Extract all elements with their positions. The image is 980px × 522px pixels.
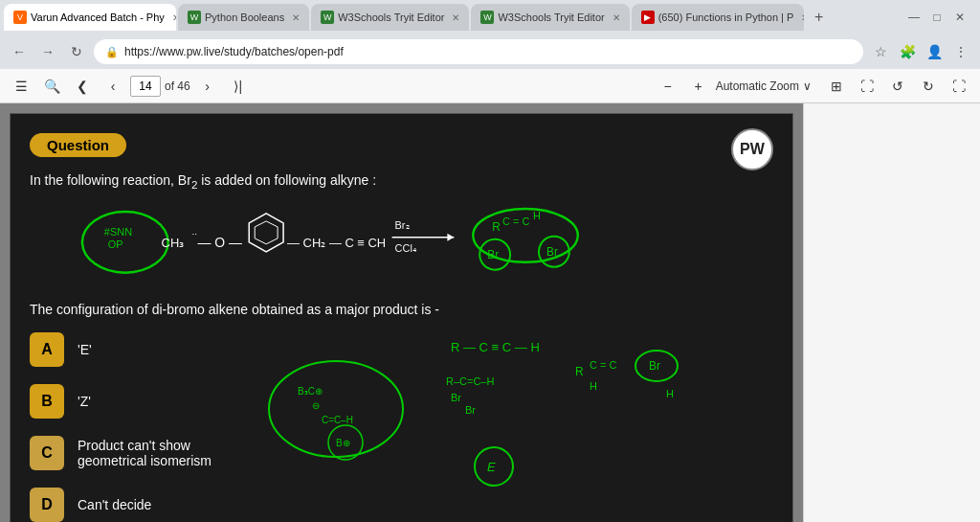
rcch-text: R [492,220,501,234]
pdf-tool-4[interactable]: ↻ [915,73,942,100]
svg-text:Br: Br [649,359,660,373]
annotations-area: R — C ≡ C — H B₃C⊕ ⊖ C=C–H B⊕ R–C=C–H [259,332,773,522]
ccl4-label: CCl₄ [395,242,417,254]
option-row-a: A 'E' [30,332,240,367]
tab-label-4: W3Schools Tryit Editor [498,11,604,23]
option-badge-b: B [30,384,64,419]
page-number-input[interactable] [130,76,161,97]
pdf-search-button[interactable]: 🔍 [38,73,65,100]
pdf-prev-button[interactable]: ❮ [69,73,96,100]
svg-text:C=C–H: C=C–H [322,415,353,425]
tab-close-2[interactable]: ✕ [292,12,300,23]
forward-button[interactable]: → [36,40,59,63]
question-text: In the following reaction, Br2 is added … [30,170,773,193]
browser-actions: ☆ 🧩 👤 ⋮ [869,40,972,63]
profile-button[interactable]: 👤 [923,40,946,63]
pdf-right-tools: ⊞ ⛶ ↺ ↻ ⛶ [823,73,972,100]
tab-w3schools-1[interactable]: W W3Schools Tryit Editor ✕ [311,4,469,31]
tab-close-5[interactable]: ✕ [801,12,803,23]
pw-logo: PW [731,128,773,170]
pdf-prev-page-button[interactable]: ‹ [100,73,126,100]
option-text-b: 'Z' [78,394,91,409]
svg-text:OP: OP [108,238,123,250]
zoom-chevron[interactable]: ∨ [803,79,812,93]
options-left: A 'E' B 'Z' C Product can't show geometr… [30,332,240,522]
right-panel [803,103,980,522]
new-tab-button[interactable]: + [806,4,833,31]
svg-text:Br: Br [451,392,461,403]
tab-favicon-1: V [13,11,27,24]
window-controls: — □ ✕ [905,9,976,26]
maximize-button[interactable]: □ [928,9,946,26]
back-button[interactable]: ← [8,40,31,63]
url-input[interactable]: 🔒 https://www.pw.live/study/batches/open… [94,39,863,64]
options-container: A 'E' B 'Z' C Product can't show geometr… [30,332,773,522]
tab-python-booleans[interactable]: W Python Booleans ✕ [178,4,309,31]
tab-w3schools-2[interactable]: W W3Schools Tryit Editor ✕ [471,4,629,31]
tab-close-1[interactable]: ✕ [172,12,176,23]
menu-button[interactable]: ⋮ [949,40,972,63]
tab-bar: V Varun Advanced Batch - Phy ✕ W Python … [0,0,980,34]
question-text-content: In the following reaction, Br2 is added … [30,172,376,188]
tab-youtube[interactable]: ▶ (650) Functions in Python | P ✕ [632,4,804,31]
question-label: Question [30,133,126,157]
extensions-button[interactable]: 🧩 [896,40,919,63]
tab-label-5: (650) Functions in Python | P [658,11,794,23]
svg-text:⊖: ⊖ [312,400,320,411]
annotation-text-snnop: #SNN [104,226,132,238]
option-row-d: D Can't decide [30,488,240,522]
zoom-out-button[interactable]: − [655,73,681,100]
pdf-menu-button[interactable]: ☰ [8,73,34,100]
svg-text:B₃C⊕: B₃C⊕ [298,386,323,397]
option-text-c: Product can't show geometrical isomerism [78,438,240,468]
tab-close-3[interactable]: ✕ [452,12,459,23]
close-button[interactable]: ✕ [951,9,969,26]
pdf-viewer: PW Question In the following reaction, B… [0,103,803,522]
svg-text:B⊕: B⊕ [336,438,350,448]
tab-favicon-3: W [321,11,334,24]
benzene-inner [255,221,278,244]
pdf-tool-5[interactable]: ⛶ [946,73,972,100]
svg-text:Br: Br [465,404,476,416]
minimize-button[interactable]: — [905,9,923,26]
reload-button[interactable]: ↻ [65,40,88,63]
option-row-b: B 'Z' [30,384,240,419]
pdf-tool-1[interactable]: ⊞ [823,73,850,100]
content-area: PW Question In the following reaction, B… [0,103,980,522]
svg-text:H: H [666,388,674,399]
br-label-left: Br [487,248,499,261]
zoom-in-button[interactable]: + [685,73,712,100]
svg-text:R–C=C–H: R–C=C–H [446,375,494,387]
svg-text:C = C: C = C [590,359,616,371]
tab-favicon-5: ▶ [641,11,655,24]
chain-text: — CH₂ — C ≡ CH [287,236,386,250]
pdf-zoom-controls: − + Automatic Zoom ∨ [655,73,812,100]
pdf-next-page-button[interactable]: › [194,73,221,100]
svg-text:R — C ≡ C — H: R — C ≡ C — H [451,340,540,354]
tab-close-4[interactable]: ✕ [612,12,620,23]
pdf-toolbar: ☰ 🔍 ❮ ‹ of 46 › ⟩| − + Automatic Zoom ∨ … [0,69,980,103]
pdf-last-page-button[interactable]: ⟩| [225,73,252,100]
address-bar: ← → ↻ 🔒 https://www.pw.live/study/batche… [0,34,980,69]
ccequal-text: C = C [502,216,529,227]
option-text-d: Can't decide [78,497,151,512]
bookmark-button[interactable]: ☆ [869,40,892,63]
page-total: of 46 [165,79,190,93]
url-text: https://www.pw.live/study/batches/open-p… [124,45,344,58]
benzene-ring [249,214,283,252]
lock-icon: 🔒 [105,46,119,58]
br-label-right: Br [546,245,558,259]
chemical-diagram: #SNN OP CH₃ ·· — O — — CH₂ — C ≡ CH [58,202,773,288]
pdf-tool-2[interactable]: ⛶ [854,73,880,100]
tab-varun-batch[interactable]: V Varun Advanced Batch - Phy ✕ [4,4,176,31]
tab-favicon-2: W [188,11,201,24]
pdf-page: PW Question In the following reaction, B… [10,113,793,522]
ch3-text: CH₃ [162,236,185,250]
arrow-head [447,234,454,241]
pdf-tool-3[interactable]: ↺ [884,73,911,100]
option-badge-d: D [30,488,64,522]
chemical-svg: #SNN OP CH₃ ·· — O — — CH₂ — C ≡ CH [58,202,773,288]
tab-label-3: W3Schools Tryit Editor [338,11,444,23]
browser-chrome: V Varun Advanced Batch - Phy ✕ W Python … [0,0,980,103]
tab-favicon-4: W [480,11,494,24]
